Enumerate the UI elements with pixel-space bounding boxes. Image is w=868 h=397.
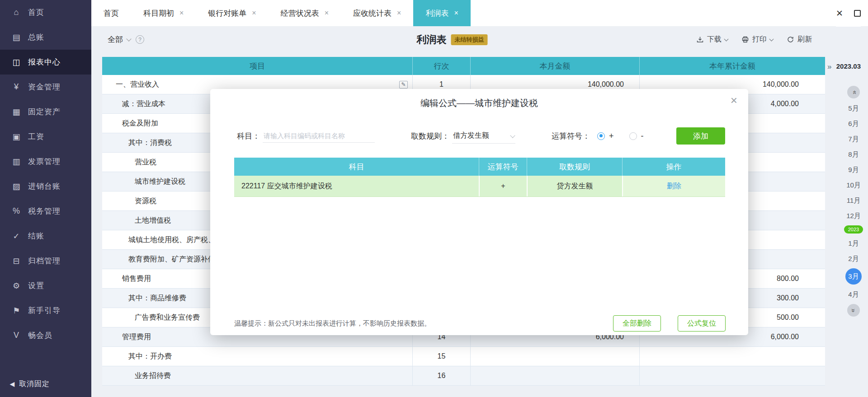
tab-close-icon[interactable]: × <box>252 9 256 17</box>
sidebar-item-tax-management[interactable]: % 税务管理 <box>0 199 91 224</box>
sidebar-item-member[interactable]: V 畅会员 <box>0 323 91 348</box>
month-item[interactable]: 6月 <box>848 118 859 129</box>
refresh-icon <box>787 36 794 43</box>
month-item[interactable]: 2月 <box>848 253 859 264</box>
row-month-amount <box>470 347 639 366</box>
tab-close-icon[interactable]: × <box>397 9 401 17</box>
help-icon[interactable]: ? <box>136 35 144 44</box>
chevron-down-glyph: » <box>850 308 857 312</box>
add-button[interactable]: 添加 <box>676 127 725 145</box>
tab-close-icon[interactable]: × <box>179 9 184 17</box>
sidebar-item-funds-management[interactable]: ¥ 资金管理 <box>0 75 91 99</box>
print-button[interactable]: 打印 <box>741 35 773 44</box>
row-item-label: 广告费和业务宣传费 <box>135 313 200 322</box>
month-item[interactable]: 1月 <box>848 238 859 249</box>
radio-checked-icon <box>597 132 605 140</box>
sidebar-item-settings[interactable]: ⚙ 设置 <box>0 273 91 298</box>
month-item[interactable]: 10月 <box>846 179 861 191</box>
refresh-button[interactable]: 刷新 <box>787 35 812 44</box>
page-title: 利润表 <box>417 33 447 47</box>
row-month-amount <box>470 366 639 385</box>
funds-management-icon: ¥ <box>11 82 22 92</box>
column-header-ytd: 本年累计金额 <box>639 57 825 75</box>
tab[interactable]: 应收统计表 × <box>341 0 413 26</box>
rule-select[interactable]: 借方发生额 <box>452 128 515 144</box>
scope-filter-dropdown[interactable]: 全部 ? <box>108 27 144 52</box>
operator-minus-label: - <box>641 131 644 141</box>
download-button[interactable]: 下载 <box>696 35 728 44</box>
sidebar-item-invoice-management[interactable]: ▥ 发票管理 <box>0 149 91 174</box>
month-item[interactable]: 3月 <box>845 268 862 285</box>
tab-close-icon[interactable]: × <box>454 9 458 17</box>
download-icon <box>696 36 704 43</box>
sidebar: ⌂ 首页 ▤ 总账 ◫ 报表中心 ¥ 资金管理 ▦ 固定资产 ▣ 工资 ▥ 发票… <box>0 0 91 397</box>
sidebar-item-label: 归档管理 <box>28 256 61 266</box>
sidebar-item-home[interactable]: ⌂ 首页 <box>0 0 91 25</box>
formula-reset-button[interactable]: 公式复位 <box>678 315 726 332</box>
chevron-down-icon <box>724 37 729 41</box>
chevron-up-glyph: » <box>850 90 857 94</box>
modal-close-icon[interactable]: × <box>731 94 737 106</box>
invoice-management-icon: ▥ <box>11 157 22 167</box>
sidebar-item-label: 结账 <box>28 231 44 241</box>
row-item-label: 营业税 <box>135 158 156 167</box>
column-header-line: 行次 <box>412 57 470 75</box>
sidebar-item-label: 税务管理 <box>28 206 61 216</box>
scroll-down-icon[interactable]: » <box>847 304 860 317</box>
tab-close-icon[interactable]: × <box>325 9 329 17</box>
delete-link[interactable]: 删除 <box>667 182 681 191</box>
table-row[interactable]: 业务招待费 16 <box>102 366 825 386</box>
operator-minus-radio[interactable]: - <box>629 131 644 141</box>
closing-icon: ✓ <box>11 231 22 241</box>
row-item-cell: 其中：开办费 <box>102 347 412 366</box>
sidebar-item-beginner-guide[interactable]: ⚑ 新手引导 <box>0 298 91 323</box>
modal-footer: 温馨提示：新公式只对未出报表进行计算，不影响历史报表数据。 全部删除 公式复位 <box>234 314 726 333</box>
month-item[interactable]: 11月 <box>847 195 861 206</box>
sidebar-menu: ⌂ 首页 ▤ 总账 ◫ 报表中心 ¥ 资金管理 ▦ 固定资产 ▣ 工资 ▥ 发票… <box>0 0 91 348</box>
month-item[interactable]: 2023 <box>844 225 863 234</box>
month-item[interactable]: 12月 <box>846 210 861 221</box>
sidebar-item-label: 设置 <box>28 280 44 291</box>
table-row[interactable]: 其中：开办费 15 <box>102 347 825 366</box>
operator-plus-radio[interactable]: + <box>597 131 614 141</box>
row-item-label: 销售费用 <box>122 274 151 284</box>
sidebar-item-closing[interactable]: ✓ 结账 <box>0 224 91 248</box>
fullscreen-icon[interactable] <box>854 10 861 17</box>
sidebar-item-label: 首页 <box>28 7 44 18</box>
column-header-action: 操作 <box>622 158 725 176</box>
collapse-left-icon: ◀ <box>8 380 16 388</box>
sidebar-item-fixed-assets[interactable]: ▦ 固定资产 <box>0 99 91 124</box>
tab[interactable]: 首页 <box>91 0 131 26</box>
sidebar-item-payroll[interactable]: ▣ 工资 <box>0 124 91 149</box>
delete-all-button[interactable]: 全部删除 <box>613 315 661 332</box>
collapse-panel-icon[interactable]: » <box>827 62 831 71</box>
tab[interactable]: 科目期初 × <box>131 0 196 26</box>
tab[interactable]: 利润表 × <box>413 0 470 26</box>
unpin-sidebar-button[interactable]: ◀ 取消固定 <box>0 374 50 393</box>
tab[interactable]: 经营状况表 × <box>269 0 341 26</box>
column-header-month: 本月金额 <box>470 57 639 75</box>
scroll-up-icon[interactable]: » <box>847 86 860 98</box>
sidebar-item-inventory-ledger[interactable]: ▨ 进销台账 <box>0 174 91 199</box>
subject-input[interactable] <box>263 129 375 143</box>
row-item-cell: 业务招待费 <box>102 366 412 385</box>
row-ytd-amount <box>639 347 825 366</box>
month-item[interactable]: 4月 <box>848 289 859 300</box>
formula-icon[interactable]: ✎ <box>399 81 408 89</box>
tab[interactable]: 银行对账单 × <box>196 0 268 26</box>
chevron-down-icon <box>510 133 515 138</box>
window-close-icon[interactable]: ✕ <box>836 9 843 18</box>
sidebar-item-general-ledger[interactable]: ▤ 总账 <box>0 25 91 50</box>
formula-subject: 222117 应交城市维护建设税 <box>234 176 479 196</box>
month-item[interactable]: 5月 <box>848 103 859 114</box>
chevron-down-icon <box>769 37 774 41</box>
tab-strip: 首页 科目期初 × 银行对账单 × 经营状况表 × 应收统计表 × 利润表 × <box>91 0 868 26</box>
sidebar-item-archive-management[interactable]: ⊟ 归档管理 <box>0 248 91 273</box>
sidebar-item-label: 报表中心 <box>28 57 61 67</box>
row-item-label: 管理费用 <box>122 332 151 342</box>
month-item[interactable]: 7月 <box>848 133 859 145</box>
sidebar-item-report-center[interactable]: ◫ 报表中心 <box>0 50 91 75</box>
month-item[interactable]: 8月 <box>848 149 859 160</box>
month-item[interactable]: 9月 <box>848 164 859 175</box>
chevron-down-icon <box>126 36 131 41</box>
